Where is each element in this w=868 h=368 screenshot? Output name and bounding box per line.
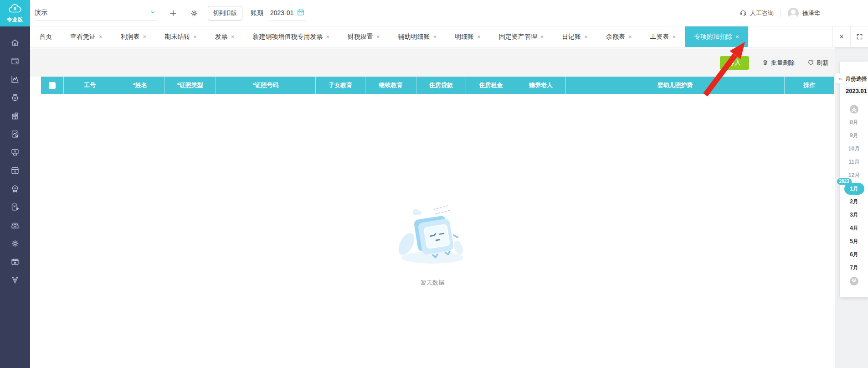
month-item[interactable]: 11月 [848, 155, 860, 169]
month-item-selected[interactable]: 20231月 [844, 183, 864, 195]
month-item[interactable]: 4月 [850, 222, 858, 235]
close-icon[interactable]: × [584, 33, 588, 40]
close-icon[interactable]: × [433, 33, 437, 40]
month-panel: » 月份选择 2023.01 8月 9月 10月 11月 12月 20231月 … [840, 62, 868, 297]
app-logo[interactable]: 专业版 [0, 0, 30, 26]
sidebar-nav: ¥ ¥ ¥ ¥ ¥ ¥ [0, 26, 30, 289]
month-item[interactable]: 7月 [850, 261, 858, 275]
tab-label: 日记账 [562, 33, 581, 41]
close-icon[interactable]: × [673, 33, 676, 40]
empty-state: 暂无数据 [378, 202, 487, 287]
scroll-up-button[interactable] [849, 103, 859, 116]
company-select[interactable]: 演示 [35, 5, 157, 21]
col-id-type: *证照类型 [164, 77, 216, 94]
sidebar-item-voucher[interactable]: ¥ [0, 52, 30, 70]
month-item[interactable]: 2月 [850, 195, 858, 208]
month-item[interactable]: 8月 [850, 116, 858, 129]
avatar[interactable] [788, 8, 799, 19]
calendar-icon [297, 8, 305, 18]
close-icon[interactable]: × [477, 33, 481, 40]
topbar-divider [781, 10, 781, 17]
sidebar-item-salary[interactable]: ¥ [0, 161, 30, 180]
sidebar-item-statements[interactable] [0, 125, 30, 143]
empty-state-illustration [389, 264, 476, 272]
settings-gear-icon[interactable] [190, 9, 199, 18]
close-icon[interactable]: × [540, 33, 544, 40]
tab-label: 固定资产管理 [499, 33, 537, 41]
month-item[interactable]: 9月 [850, 129, 858, 142]
support-label: 人工咨询 [750, 9, 774, 17]
tab-special-additional-deduction[interactable]: 专项附加扣除× [685, 26, 748, 47]
carryover-book-icon: ¥ [10, 202, 20, 212]
username[interactable]: 徐泽华 [802, 9, 820, 17]
col-id-number: *证照号码 [216, 77, 316, 94]
month-item[interactable]: 6月 [850, 248, 858, 261]
month-item[interactable]: 10月 [848, 142, 860, 155]
chevron-down-icon [149, 8, 157, 18]
close-icon[interactable]: × [193, 33, 197, 40]
sidebar-item-carryover[interactable]: ¥ [0, 198, 30, 216]
tab-journal[interactable]: 日记账× [553, 26, 597, 47]
tab-view-voucher[interactable]: 查看凭证× [61, 26, 112, 47]
edition-label: 专业版 [7, 16, 23, 23]
collapse-panel-handle[interactable]: » [835, 73, 845, 83]
import-button[interactable]: 导入 [720, 56, 749, 70]
add-company-button[interactable] [169, 9, 178, 18]
tab-label: 首页 [39, 33, 52, 41]
select-all-checkbox[interactable] [49, 82, 56, 89]
tab-period-end-carryover[interactable]: 期末结转× [155, 26, 206, 47]
close-icon[interactable]: × [735, 33, 739, 40]
tab-label: 财税设置 [348, 33, 373, 41]
sidebar-item-archive[interactable] [0, 216, 30, 234]
scroll-down-button[interactable] [849, 275, 859, 288]
sidebar-item-reports[interactable] [0, 70, 30, 88]
tab-label: 发票 [215, 33, 228, 41]
svg-text:¥: ¥ [14, 187, 16, 190]
tabbar: 首页 查看凭证× 利润表× 期末结转× 发票× 新建销项增值税专用发票× 财税设… [30, 26, 868, 47]
support-link[interactable]: 人工咨询 [739, 8, 774, 18]
refresh-button[interactable]: 刷新 [807, 59, 828, 67]
sidebar-item-enterprise[interactable] [0, 107, 30, 125]
fullscreen-button[interactable] [850, 26, 868, 47]
tab-detail-ledger[interactable]: 明细账× [446, 26, 490, 47]
tab-balance-sheet[interactable]: 余额表× [597, 26, 641, 47]
close-icon[interactable]: × [143, 33, 147, 40]
batch-delete-label: 批量删除 [771, 59, 795, 67]
gear-icon [10, 238, 20, 249]
home-icon [10, 38, 20, 48]
month-item[interactable]: 5月 [850, 235, 858, 248]
tab-payroll[interactable]: 工资表× [641, 26, 685, 47]
tab-home[interactable]: 首页 [30, 26, 61, 47]
close-icon[interactable]: × [326, 33, 329, 40]
sidebar-item-cash[interactable]: ¥ [0, 143, 30, 161]
close-icon[interactable]: × [628, 33, 632, 40]
sidebar-item-settings[interactable] [0, 234, 30, 253]
close-icon[interactable]: × [376, 33, 380, 40]
close-icon[interactable]: × [99, 33, 103, 40]
month-item[interactable]: 3月 [850, 208, 858, 222]
tab-label: 辅助明细账 [398, 33, 430, 41]
tab-invoice[interactable]: 发票× [206, 26, 244, 47]
sidebar-item-brand[interactable] [0, 271, 30, 289]
line-chart-icon [10, 74, 20, 84]
batch-delete-button[interactable]: 批量删除 [762, 59, 795, 67]
tab-profit-statement[interactable]: 利润表× [112, 26, 156, 47]
tab-finance-tax-settings[interactable]: 财税设置× [339, 26, 389, 47]
sidebar-item-tax[interactable]: ¥ [0, 180, 30, 198]
cash-withdraw-icon: ¥ [10, 147, 20, 157]
sidebar-item-home[interactable] [0, 34, 30, 52]
tab-fixed-assets[interactable]: 固定资产管理× [490, 26, 553, 47]
toolbar: 导入 批量删除 刷新 [30, 49, 835, 77]
sidebar-item-tutorial[interactable] [0, 253, 30, 271]
col-elderly-support: 赡养老人 [516, 77, 566, 94]
tab-auxiliary-ledger[interactable]: 辅助明细账× [389, 26, 446, 47]
period-picker[interactable]: 2023-01 [268, 5, 307, 21]
tab-label: 明细账 [455, 33, 474, 41]
close-icon[interactable]: × [231, 33, 235, 40]
sidebar-item-funds[interactable]: ¥ [0, 88, 30, 107]
close-all-tabs-button[interactable]: × [832, 26, 850, 47]
panel-divider [840, 100, 868, 100]
money-bag-icon: ¥ [10, 93, 20, 103]
switch-old-version-button[interactable]: 切到旧版 [208, 6, 242, 21]
tab-new-output-vat-invoice[interactable]: 新建销项增值税专用发票× [243, 26, 339, 47]
